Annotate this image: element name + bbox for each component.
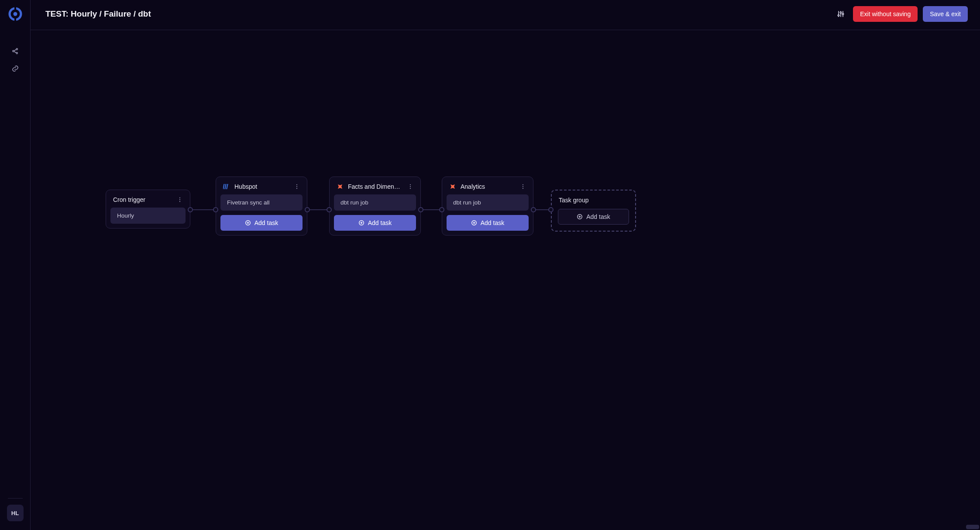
app-logo bbox=[8, 7, 22, 21]
add-task-button[interactable]: Add task bbox=[220, 215, 303, 231]
share-icon[interactable] bbox=[11, 47, 19, 55]
add-task-button[interactable]: Add task bbox=[447, 215, 529, 231]
svg-point-19 bbox=[296, 188, 297, 189]
svg-point-13 bbox=[179, 201, 180, 202]
kebab-icon[interactable] bbox=[176, 197, 184, 203]
connection-port[interactable] bbox=[531, 207, 536, 212]
svg-point-26 bbox=[523, 186, 523, 187]
node-facts[interactable]: Facts and Dimens...dbt run jobAdd task bbox=[329, 177, 421, 236]
svg-point-6 bbox=[16, 48, 17, 50]
connector-wire bbox=[421, 209, 442, 210]
page-title: TEST: Hourly / Failure / dbt bbox=[45, 9, 151, 19]
svg-point-12 bbox=[179, 199, 180, 200]
connection-port[interactable] bbox=[305, 207, 310, 212]
node-title: Facts and Dimens... bbox=[348, 183, 402, 190]
workflow-canvas[interactable]: Cron triggerHourlyHubspotFivetran sync a… bbox=[31, 30, 980, 530]
svg-point-25 bbox=[523, 184, 523, 185]
svg-point-9 bbox=[840, 12, 842, 13]
node-header: Facts and Dimens... bbox=[334, 181, 416, 194]
svg-point-4 bbox=[13, 12, 17, 16]
kebab-icon[interactable] bbox=[519, 184, 527, 190]
add-task-button[interactable]: Add task bbox=[334, 215, 416, 231]
add-task-label: Add task bbox=[586, 213, 610, 220]
save-and-exit-button[interactable]: Save & exit bbox=[923, 6, 968, 22]
svg-point-23 bbox=[410, 188, 411, 189]
kebab-icon[interactable] bbox=[406, 184, 414, 190]
sidebar: HL bbox=[0, 0, 31, 530]
node-header: Analytics bbox=[447, 181, 529, 194]
connection-port[interactable] bbox=[327, 207, 332, 212]
svg-point-27 bbox=[523, 188, 523, 189]
connector-wire bbox=[307, 209, 329, 210]
task-pill[interactable]: dbt run job bbox=[447, 194, 529, 211]
node-trigger[interactable]: Cron triggerHourly bbox=[106, 190, 190, 229]
svg-point-18 bbox=[296, 186, 297, 187]
topbar: TEST: Hourly / Failure / dbt Exit withou… bbox=[31, 0, 980, 30]
svg-point-21 bbox=[410, 184, 411, 185]
task-pill[interactable]: Hourly bbox=[110, 208, 186, 224]
connection-port[interactable] bbox=[418, 207, 423, 212]
connection-port[interactable] bbox=[213, 207, 218, 212]
task-pill[interactable]: Fivetran sync all bbox=[220, 194, 303, 211]
svg-point-22 bbox=[410, 186, 411, 187]
svg-rect-14 bbox=[223, 184, 225, 189]
connector-wire bbox=[190, 209, 216, 210]
add-task-label: Add task bbox=[254, 219, 278, 226]
ghost-task-group[interactable]: Task groupAdd task bbox=[551, 190, 636, 232]
dbt-icon bbox=[337, 183, 344, 190]
fivetran-icon bbox=[223, 183, 230, 190]
task-pill[interactable]: dbt run job bbox=[334, 194, 416, 211]
add-task-label: Add task bbox=[368, 219, 392, 226]
svg-point-5 bbox=[12, 50, 14, 52]
sidebar-divider bbox=[8, 498, 23, 499]
add-task-label: Add task bbox=[481, 219, 504, 226]
node-title: Hubspot bbox=[234, 183, 289, 190]
group-title: Task group bbox=[558, 197, 629, 204]
add-task-button[interactable]: Add task bbox=[558, 209, 629, 225]
node-header: Hubspot bbox=[220, 181, 303, 194]
dbt-icon bbox=[449, 183, 456, 190]
node-hubspot[interactable]: HubspotFivetran sync allAdd task bbox=[216, 177, 307, 236]
svg-point-7 bbox=[16, 52, 17, 54]
svg-point-10 bbox=[842, 13, 844, 14]
node-title: Cron trigger bbox=[113, 196, 172, 203]
kebab-icon[interactable] bbox=[293, 184, 301, 190]
connection-port[interactable] bbox=[548, 207, 554, 212]
user-avatar[interactable]: HL bbox=[7, 505, 24, 521]
svg-point-11 bbox=[179, 197, 180, 198]
connection-port[interactable] bbox=[439, 207, 444, 212]
node-header: Cron trigger bbox=[110, 194, 186, 208]
settings-icon[interactable] bbox=[834, 7, 848, 21]
exit-without-saving-button[interactable]: Exit without saving bbox=[853, 6, 918, 22]
svg-point-17 bbox=[296, 184, 297, 185]
scrollbar-stub bbox=[966, 525, 979, 529]
link-icon[interactable] bbox=[11, 65, 19, 73]
connection-port[interactable] bbox=[188, 207, 193, 212]
node-analytics[interactable]: Analyticsdbt run jobAdd task bbox=[442, 177, 533, 236]
svg-point-8 bbox=[838, 15, 839, 16]
node-title: Analytics bbox=[461, 183, 515, 190]
svg-rect-16 bbox=[226, 184, 228, 189]
svg-rect-15 bbox=[224, 184, 227, 189]
